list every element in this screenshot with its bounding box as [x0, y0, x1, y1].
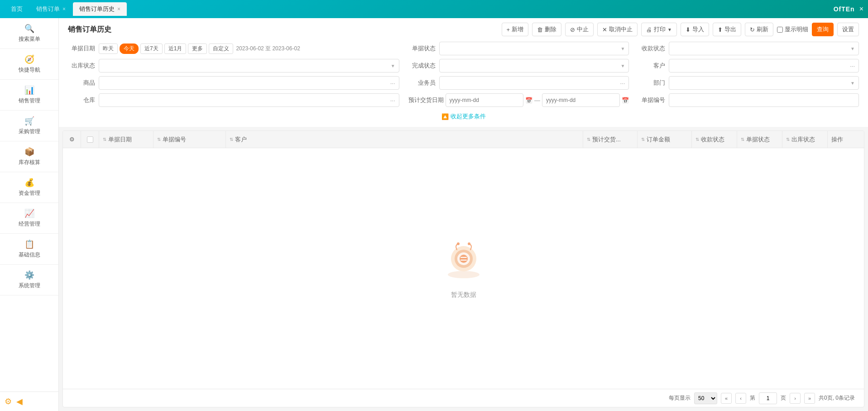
customer-select[interactable]: ··· [669, 59, 859, 73]
empty-text: 暂无数据 [451, 291, 476, 299]
date-to-input[interactable] [542, 93, 620, 107]
display-toggle[interactable]: 显示明细 [777, 25, 808, 34]
collapse-btn[interactable]: 🔼 收起更多条件 [68, 111, 859, 122]
sidebar-item-operations[interactable]: 📈 经营管理 [0, 203, 58, 234]
next-page-btn[interactable]: › [790, 393, 801, 404]
tab-sales-order-close[interactable]: × [62, 6, 66, 12]
receipt-status-select[interactable]: ▼ [669, 42, 859, 55]
delete-button[interactable]: 🗑 删除 [532, 23, 561, 36]
date-label: 单据日期 [68, 44, 95, 53]
complete-status-select[interactable]: ▼ [439, 59, 629, 73]
sidebar-item-quicknav[interactable]: 🧭 快捷导航 [0, 49, 58, 80]
th-num: ⇅ 单据编号 [153, 131, 226, 148]
tab-bar: 首页 销售订单 × 销售订单历史 × [5, 2, 834, 16]
th-delivery-sort-icon[interactable]: ⇅ [587, 137, 590, 142]
filter-row-3: 商品 ··· 业务员 ··· 部门 [68, 76, 859, 90]
th-order-sort-icon[interactable]: ⇅ [741, 137, 744, 142]
order-number-input[interactable] [669, 93, 859, 107]
outbound-status-select[interactable]: ▼ [99, 59, 399, 73]
sidebar-item-finance[interactable]: 💰 资金管理 [0, 172, 58, 203]
date-more-btn[interactable]: 更多 [188, 44, 207, 54]
date-7days-btn[interactable]: 近7天 [140, 44, 163, 54]
per-page-select[interactable]: 50 10 20 100 [694, 392, 717, 404]
th-check[interactable] [81, 131, 99, 148]
tab-home[interactable]: 首页 [5, 2, 29, 16]
purchase-icon: 🛒 [24, 116, 34, 126]
settings-label: 设置 [842, 25, 854, 34]
filter-row-4: 仓库 ··· 预计交货日期 📅 — 📅 单据编号 [68, 93, 859, 107]
sidebar-item-sales-label: 销售管理 [19, 97, 40, 105]
cancel-stop-button[interactable]: ✕ 取消中止 [597, 23, 638, 36]
th-amount-label: 订单金额 [647, 135, 670, 144]
th-outbound-sort-icon[interactable]: ⇅ [786, 137, 790, 142]
th-operate-label: 操作 [831, 135, 843, 144]
brand-text: OfTEn [834, 5, 855, 13]
page-title-row: 销售订单历史 + 新增 🗑 删除 ⊘ 中止 ✕ [68, 23, 859, 36]
warehouse-dots[interactable]: ··· [390, 97, 395, 104]
sidebar-item-finance-label: 资金管理 [19, 189, 40, 197]
empty-illustration [441, 238, 486, 284]
customer-label: 客户 [638, 62, 665, 70]
page-number-input[interactable] [759, 392, 777, 404]
salesperson-dots[interactable]: ··· [620, 80, 625, 87]
sidebar-item-inventory[interactable]: 📦 库存核算 [0, 141, 58, 172]
tab-sales-order-label: 销售订单 [36, 5, 60, 13]
date-custom-btn[interactable]: 自定义 [209, 44, 233, 54]
sidebar-item-basic-info[interactable]: 📋 基础信息 [0, 234, 58, 265]
order-number-label: 单据编号 [638, 96, 665, 104]
department-select[interactable]: ▼ [669, 76, 859, 90]
collapse-sidebar-icon[interactable]: ◀ [16, 396, 23, 406]
tab-sales-order-history-close[interactable]: × [117, 6, 120, 12]
date-today-btn[interactable]: 今天 [120, 44, 139, 54]
order-status-select[interactable]: ▼ [439, 42, 629, 55]
display-toggle-checkbox[interactable] [777, 27, 783, 33]
warehouse-select[interactable]: ··· [99, 93, 399, 107]
print-icon: 🖨 [646, 26, 652, 33]
th-num-label: 单据编号 [163, 135, 186, 144]
th-receipt-sort-icon[interactable]: ⇅ [695, 137, 699, 142]
sidebar-item-purchase[interactable]: 🛒 采购管理 [0, 111, 58, 141]
filter-wrapper: 销售订单历史 + 新增 🗑 删除 ⊘ 中止 ✕ [59, 18, 868, 127]
refresh-button[interactable]: ↻ 刷新 [745, 23, 773, 36]
th-date-sort-icon[interactable]: ⇅ [103, 137, 106, 142]
date-1month-btn[interactable]: 近1月 [164, 44, 187, 54]
date-dash: — [534, 97, 540, 104]
sidebar-item-sales[interactable]: 📊 销售管理 [0, 80, 58, 111]
print-button[interactable]: 🖨 打印 ▼ [641, 23, 677, 36]
sidebar-item-system[interactable]: ⚙️ 系统管理 [0, 265, 58, 295]
prev-page-btn[interactable]: ‹ [735, 393, 746, 404]
department-field: 部门 ▼ [638, 76, 859, 90]
product-select[interactable]: ··· [99, 76, 399, 90]
topbar-close-icon[interactable]: × [859, 5, 863, 13]
first-page-btn[interactable]: « [721, 393, 732, 404]
query-button[interactable]: 查询 [812, 23, 834, 36]
import-button[interactable]: ⬇ 导入 [681, 23, 709, 36]
th-settings[interactable]: ⚙ [63, 131, 81, 148]
stop-button[interactable]: ⊘ 中止 [565, 23, 594, 36]
th-amount-sort-icon[interactable]: ⇅ [641, 137, 645, 142]
sales-icon: 📊 [24, 85, 34, 95]
svg-point-5 [457, 242, 460, 245]
system-icon: ⚙️ [24, 270, 34, 280]
header-checkbox[interactable] [87, 136, 93, 143]
tab-sales-order-history[interactable]: 销售订单历史 × [73, 2, 127, 16]
salesperson-select[interactable]: ··· [439, 76, 629, 90]
filter-row-2: 出库状态 ▼ 完成状态 ▼ 客户 [68, 59, 859, 73]
new-button[interactable]: + 新增 [502, 23, 529, 36]
customer-dots[interactable]: ··· [850, 63, 855, 69]
settings-gear-icon: ⚙ [69, 136, 75, 143]
complete-status-field: 完成状态 ▼ [408, 59, 629, 73]
settings-bottom-icon[interactable]: ⚙ [5, 396, 12, 406]
new-label: 新增 [512, 25, 523, 34]
th-num-sort-icon[interactable]: ⇅ [157, 137, 161, 142]
date-yesterday-btn[interactable]: 昨天 [99, 44, 118, 54]
th-customer-sort-icon[interactable]: ⇅ [230, 137, 233, 142]
tab-sales-order[interactable]: 销售订单 × [30, 2, 72, 16]
sidebar-item-search[interactable]: 🔍 搜索菜单 [0, 18, 58, 49]
last-page-btn[interactable]: » [804, 393, 815, 404]
settings-button[interactable]: 设置 [837, 23, 859, 36]
date-from-input[interactable] [446, 93, 523, 107]
export-button[interactable]: ⬆ 导出 [713, 23, 741, 36]
product-dots[interactable]: ··· [390, 80, 395, 87]
export-icon: ⬆ [718, 26, 723, 33]
